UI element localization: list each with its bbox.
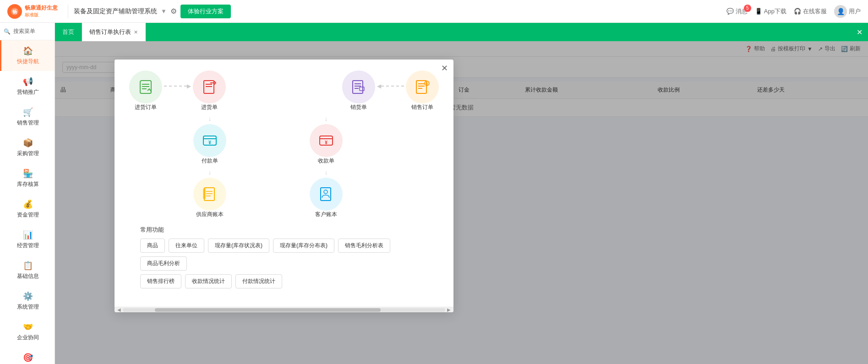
app-download-button[interactable]: 📱 App下载 [755,7,786,16]
search-menu[interactable]: 🔍 搜索菜单 [0,23,55,40]
flow-section: 进货订单 ▶ [115,60,453,307]
flow-node-sales-bill: 销货单 [342,71,375,111]
page-content: ❓ 帮助 🖨 按模板打印 ▼ ↗ 导出 🔄 刷新 [55,41,868,364]
flow-node-purchase-order: 进货订单 [129,71,162,111]
online-service-button[interactable]: 🎧 在线客服 [794,7,827,16]
purchase-bill-circle[interactable] [193,71,226,103]
sales-bill-circle[interactable] [342,71,375,103]
sidebar-item-newguide[interactable]: 🎯 新手引导 [0,347,55,364]
finance-icon: 💰 [23,199,33,209]
flow-node-customer-ledger: 客户账本 [310,178,343,218]
modal-overlay: ✕ [55,41,868,364]
svg-rect-28 [203,189,205,199]
svg-point-33 [324,190,328,194]
guide-icon: 🎯 [23,353,33,363]
inventory-icon: 🏪 [23,168,33,179]
func-btn-receipt-stats[interactable]: 收款情况统计 [185,274,232,288]
modal-scrollbar[interactable]: ◀ ▶ [115,307,453,312]
svg-rect-32 [321,188,331,201]
flow-node-purchase-bill: 进货单 [193,71,226,111]
sales-icon: 🛒 [23,107,33,117]
download-icon: 📱 [755,8,762,15]
modal-box: ✕ [115,60,453,312]
common-funcs-title: 常用功能 [140,226,428,234]
logo-area: 畅 畅康通好生意 标准版 [7,4,62,19]
func-btn-stock-status[interactable]: 现存量(库存状况表) [208,239,269,253]
tab-bar-close-button[interactable]: ✕ [851,28,868,37]
func-buttons-row2: 销售排行榜 收款情况统计 付款情况统计 [140,274,428,288]
basic-icon: 📋 [23,261,33,271]
func-btn-goods[interactable]: 商品 [140,239,165,253]
func-buttons-row1: 商品 往来单位 现存量(库存状况表) 现存量(库存分布表) 销售毛利分析表 商品… [140,239,428,271]
tab-close-icon[interactable]: ✕ [134,29,138,35]
header-actions: 💬 消息 5 📱 App下载 🎧 在线客服 👤 用户 [726,5,861,18]
system-icon: ⚙️ [23,291,33,301]
user-menu[interactable]: 👤 用户 [834,5,861,18]
message-badge: 5 [744,5,751,12]
common-funcs: 常用功能 商品 往来单位 现存量(库存状况表) 现存量(库存分布表) 销售毛利分… [129,226,439,299]
app-logo-icon: 畅 [7,4,22,19]
message-button[interactable]: 💬 消息 5 [726,7,748,16]
sidebar-item-purchase[interactable]: 📦 采购管理 [0,132,55,163]
enterprise-icon: 🤝 [23,322,33,332]
scrollbar-track[interactable] [123,308,445,312]
func-btn-payment-stats[interactable]: 付款情况统计 [235,274,282,288]
func-btn-stock-dist[interactable]: 现存量(库存分布表) [273,239,334,253]
func-btn-partner[interactable]: 往来单位 [169,239,204,253]
search-icon: 🔍 [4,28,11,35]
purchase-icon: 📦 [23,138,33,148]
payment-bill-circle[interactable]: ¥ [193,124,226,157]
func-btn-sales-margin[interactable]: 销售毛利分析表 [338,239,390,253]
sales-order-circle[interactable]: $ [406,71,439,103]
operation-icon: 📊 [23,230,33,240]
system-title: 装备及固定资产辅助管理系统 [74,7,157,16]
sidebar-item-operation[interactable]: 📊 经营管理 [0,224,55,255]
app-name: 畅康通好生意 [25,4,58,12]
sidebar-item-quick-nav[interactable]: 🏠 快捷导航 [0,40,55,71]
scroll-right-arrow[interactable]: ▶ [445,306,453,313]
svg-rect-27 [204,188,214,201]
func-btn-sales-rank[interactable]: 销售排行榜 [140,274,181,288]
receipt-bill-circle[interactable]: ¥ [310,124,343,157]
modal-close-button[interactable]: ✕ [441,63,448,73]
tab-bar: 首页 销售订单执行表 ✕ ✕ [55,23,868,41]
sidebar-item-enterprise[interactable]: 🤝 企业协同 [0,316,55,347]
service-icon: 🎧 [794,8,801,15]
purchase-order-circle[interactable] [129,71,162,103]
customer-ledger-circle[interactable] [310,178,343,211]
sidebar: 🔍 搜索菜单 🏠 快捷导航 📢 营销推广 🛒 销售管理 📦 采购管理 🏪 库存核… [0,23,55,364]
svg-text:¥: ¥ [208,140,211,145]
message-icon: 💬 [726,8,734,15]
experience-button[interactable]: 体验行业方案 [180,5,231,18]
svg-rect-14 [360,87,364,91]
func-btn-goods-margin[interactable]: 商品毛利分析 [140,256,187,271]
flow-node-supplier-ledger: 供应商账本 [193,178,226,218]
supplier-ledger-circle[interactable] [193,178,226,211]
sidebar-item-finance[interactable]: 💰 资金管理 [0,194,55,224]
app-sub: 标准版 [25,12,58,18]
tab-sales-exec[interactable]: 销售订单执行表 ✕ [82,23,146,41]
system-title-area: 装备及固定资产辅助管理系统 ▼ ⚙ 体验行业方案 [74,5,726,18]
gear-icon[interactable]: ⚙ [170,7,177,16]
sidebar-item-inventory[interactable]: 🏪 库存核算 [0,163,55,194]
top-header: 畅 畅康通好生意 标准版 装备及固定资产辅助管理系统 ▼ ⚙ 体验行业方案 💬 … [0,0,868,23]
tab-home[interactable]: 首页 [55,23,82,41]
avatar: 👤 [834,5,847,18]
marketing-icon: 📢 [23,76,33,87]
scroll-left-arrow[interactable]: ◀ [115,306,123,313]
dropdown-icon[interactable]: ▼ [161,8,167,15]
main-layout: 🔍 搜索菜单 🏠 快捷导航 📢 营销推广 🛒 销售管理 📦 采购管理 🏪 库存核… [0,23,868,364]
svg-text:$: $ [426,82,428,86]
content-area: 首页 销售订单执行表 ✕ ✕ ❓ 帮助 🖨 按模板打印 ▼ [55,23,868,364]
sidebar-item-sales[interactable]: 🛒 销售管理 [0,102,55,132]
flow-node-sales-order: $ 销售订单 [406,71,439,111]
svg-text:¥: ¥ [325,140,328,145]
home-icon: 🏠 [23,46,33,56]
flow-node-payment-bill: ¥ 付款单 [193,124,226,165]
svg-text:畅: 畅 [12,9,17,14]
sidebar-item-basic[interactable]: 📋 基础信息 [0,255,55,286]
flow-node-receipt-bill: ¥ 收款单 [310,124,343,165]
sidebar-item-marketing[interactable]: 📢 营销推广 [0,71,55,102]
sidebar-item-system[interactable]: ⚙️ 系统管理 [0,286,55,316]
scrollbar-thumb[interactable] [155,308,381,312]
